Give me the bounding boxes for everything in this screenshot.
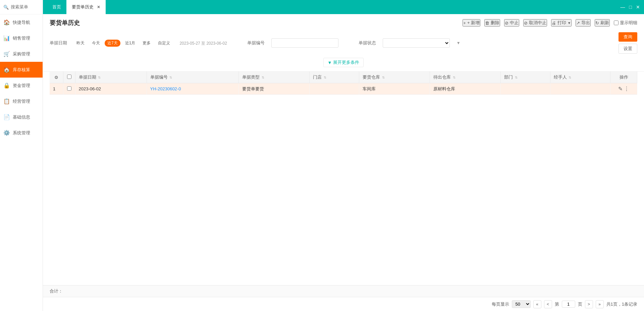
stop-button[interactable]: ⊘ 中止 [504,19,519,27]
sidebar-item-quick-nav[interactable]: 🏠 快捷导航 [0,14,43,30]
last-page-button[interactable]: » [596,300,604,308]
cell-bill-no[interactable]: YH-20230602-0 [147,83,239,95]
status-select[interactable] [383,38,450,48]
select-all-checkbox[interactable] [67,75,71,79]
first-page-button[interactable]: « [533,300,541,308]
bill-no-link[interactable]: YH-20230602-0 [150,86,181,91]
more-ops-icon[interactable]: ⋮ [624,86,629,92]
date-chip-7days[interactable]: 近7天 [105,40,120,47]
cell-index: 1 [50,83,63,95]
show-detail-toggle[interactable]: 显示明细 [614,20,637,26]
main-area: 首页 要货单历史 ✕ — □ ✕ 要货单历史 + + 新增 🗑 删除 [43,0,644,311]
tab-requisition-history[interactable]: 要货单历史 ✕ [66,0,106,14]
sort-icon: ⇅ [515,76,518,79]
print-label: 打印 [557,20,566,26]
row-checkbox[interactable] [67,86,71,91]
cell-store [310,83,359,95]
print-dropdown-icon: ▼ [568,21,571,25]
page-input[interactable] [562,301,575,308]
col-store[interactable]: 门店 ⇅ [310,72,359,83]
new-button[interactable]: + + 新增 [463,19,480,27]
chart-icon: 📊 [3,35,10,41]
toolbar: + + 新增 🗑 删除 ⊘ 中止 ⊘ 取消中止 🖨 打印 [463,19,637,27]
col-handler-label: 经手人 [554,75,567,80]
table-row[interactable]: 1 2023-06-02 YH-20230602-0 要货单要货 车间库 原材料… [50,83,637,95]
col-req-warehouse[interactable]: 要货仓库 ⇅ [359,72,430,83]
col-settings[interactable]: ⚙ [50,72,63,83]
sidebar-item-label: 资金管理 [13,83,30,89]
col-dept[interactable]: 部门 ⇅ [500,72,550,83]
page-size-select[interactable]: 50 20 100 [512,300,531,308]
topbar: 首页 要货单历史 ✕ — □ ✕ [43,0,644,14]
sidebar-item-inventory[interactable]: 🏠 库存核算 [0,62,43,78]
settings-col-icon[interactable]: ⚙ [54,75,58,80]
sidebar-item-system[interactable]: ⚙️ 系统管理 [0,125,43,141]
col-bill-date[interactable]: 单据日期 ⇅ [75,72,147,83]
table-header: ⚙ 单据日期 ⇅ 单据编号 ⇅ [50,72,637,83]
pagination: 每页显示 50 20 100 « < 第 页 > » 共1页，1条记录 [43,297,644,311]
page-label: 第 [555,301,559,307]
delete-button[interactable]: 🗑 删除 [484,19,500,27]
sidebar-item-label: 采购管理 [13,51,30,57]
edit-icon[interactable]: ✎ [618,86,623,92]
cell-handler [550,83,610,95]
minimize-icon[interactable]: — [621,4,625,10]
page-header: 要货单历史 + + 新增 🗑 删除 ⊘ 中止 ⊘ 取消中止 [43,14,644,30]
tab-close-icon[interactable]: ✕ [97,5,100,9]
settings-button[interactable]: 设置 [619,44,637,54]
next-page-button[interactable]: > [585,300,593,308]
tab-home[interactable]: 首页 [47,0,66,14]
bill-no-input[interactable] [271,38,338,48]
col-check[interactable] [63,72,75,83]
sidebar-item-finance[interactable]: 🔒 资金管理 [0,78,43,93]
sidebar-search[interactable]: 🔍 搜索菜单 [0,0,43,14]
prev-page-button[interactable]: < [544,300,552,308]
col-bill-type[interactable]: 单据类型 ⇅ [239,72,310,83]
sort-icon: ⇅ [98,76,101,79]
date-chip-custom[interactable]: 自定义 [155,40,173,47]
sidebar-item-label: 库存核算 [13,67,30,73]
filter-area: 单据日期 昨天 今天 近7天 近1月 更多 自定义 2023-05-27 至 2… [43,30,644,72]
date-chip-more[interactable]: 更多 [140,40,153,47]
sidebar-item-operations[interactable]: 📋 经营管理 [0,93,43,109]
col-ops: 操作 [610,72,637,83]
tab-home-label: 首页 [52,4,61,10]
show-detail-checkbox[interactable] [614,20,619,25]
stop-icon: ⊘ [505,20,508,26]
print-button[interactable]: 🖨 打印 ▼ [551,19,572,27]
cancel-stop-label: 取消中止 [529,20,546,26]
data-table: ⚙ 单据日期 ⇅ 单据编号 ⇅ [50,72,637,95]
date-chip-yesterday[interactable]: 昨天 [74,40,87,47]
maximize-icon[interactable]: □ [629,4,632,10]
query-button[interactable]: 查询 [619,32,637,42]
print-icon: 🖨 [552,20,556,26]
sidebar-item-label: 经营管理 [13,98,30,104]
sidebar-item-purchase[interactable]: 🛒 采购管理 [0,46,43,62]
cell-pending-warehouse: 原材料仓库 [430,83,500,95]
col-handler[interactable]: 经手人 ⇅ [550,72,610,83]
expand-conditions-button[interactable]: ▼ 展开更多条件 [323,58,364,67]
refresh-button[interactable]: ↻ 刷新 [595,19,610,27]
expand-label: 展开更多条件 [333,59,359,65]
export-icon: ↗ [576,20,580,26]
cell-check[interactable] [63,83,75,95]
refresh-label: 刷新 [600,20,609,26]
col-bill-no[interactable]: 单据编号 ⇅ [147,72,239,83]
col-store-label: 门店 [313,75,322,80]
sidebar-item-sales[interactable]: 📊 销售管理 [0,30,43,46]
gear-icon: ⚙️ [3,130,10,136]
date-chip-today[interactable]: 今天 [89,40,103,47]
col-pending-warehouse[interactable]: 待出仓库 ⇅ [430,72,500,83]
export-label: 导出 [581,20,590,26]
show-detail-label: 显示明细 [620,20,637,26]
date-chip-1month[interactable]: 近1月 [122,40,138,47]
date-chips: 昨天 今天 近7天 近1月 更多 自定义 [74,40,173,47]
sidebar-item-label: 基础信息 [13,114,30,120]
export-button[interactable]: ↗ 导出 [576,19,591,27]
close-icon[interactable]: ✕ [636,4,640,10]
home-icon: 🏠 [3,19,10,26]
sidebar-item-basic-info[interactable]: 📄 基础信息 [0,109,43,125]
status-dropdown-arrow[interactable]: ▼ [457,41,461,45]
cancel-stop-button[interactable]: ⊘ 取消中止 [523,19,547,27]
cancel-stop-icon: ⊘ [524,20,528,26]
